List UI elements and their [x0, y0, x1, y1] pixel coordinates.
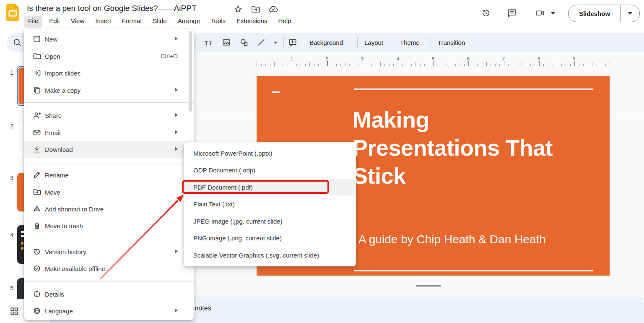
globe-icon: [33, 307, 41, 315]
ruler-number: 1: [291, 56, 293, 61]
ruler-number: 3: [361, 56, 364, 61]
email-icon: [33, 128, 41, 137]
menu-format[interactable]: Format: [118, 16, 146, 28]
make-a-copy-icon: [33, 86, 41, 94]
insert-comment-icon[interactable]: [288, 33, 297, 52]
chevron-down-icon: [628, 12, 632, 15]
new-icon: [33, 35, 41, 43]
insert-line-icon[interactable]: [257, 33, 266, 52]
menu-view[interactable]: View: [67, 16, 88, 28]
menu-item-rename[interactable]: Rename: [24, 167, 194, 183]
submenu-item-png[interactable]: PNG image (.png, current slide): [184, 229, 356, 246]
version-history-icon[interactable]: [481, 8, 491, 20]
cloud-saved-icon[interactable]: [268, 4, 278, 16]
submenu-arrow-icon: [175, 147, 178, 151]
submenu-item-odp[interactable]: ODP Document (.odp): [184, 162, 356, 178]
menu-item-move-to-trash[interactable]: Move to trash: [24, 217, 194, 234]
layout-button[interactable]: Layout: [364, 33, 383, 52]
menu-item-open[interactable]: OpenCtrl+O: [24, 48, 194, 65]
info-icon: [33, 290, 41, 298]
menu-item-make-a-copy[interactable]: Make a copy: [24, 82, 194, 99]
thumbnail-accent-mark: [21, 247, 23, 250]
slide-number: 5: [4, 285, 13, 292]
menu-file[interactable]: File: [24, 16, 42, 28]
menu-item-download[interactable]: Download: [24, 141, 194, 158]
add-shortcut-drive-icon: [33, 205, 41, 213]
menu-separator: [24, 102, 194, 103]
line-dropdown-icon[interactable]: [274, 42, 277, 44]
document-title[interactable]: Is there a pen tool on Google Slides?——A…: [27, 4, 197, 13]
thumbnail-accent-mark: [21, 242, 23, 245]
slide-top-rule: [354, 89, 593, 90]
toolbar-divider: [283, 37, 284, 47]
menu-item-add-shortcut-to-drive[interactable]: Add shortcut to Drive: [24, 201, 194, 217]
version-history-icon: [33, 247, 41, 256]
slide-title-text[interactable]: Making Presentations That Stick: [353, 106, 600, 190]
svg-text:T: T: [204, 39, 208, 46]
slideshow-button[interactable]: Slideshow: [569, 10, 621, 17]
menu-item-email[interactable]: Email: [24, 124, 194, 141]
transition-button[interactable]: Transition: [438, 33, 465, 52]
search-menus-icon[interactable]: [13, 33, 22, 52]
menu-item-language[interactable]: Language: [24, 302, 194, 319]
menu-scrollbar[interactable]: [189, 31, 192, 112]
submenu-arrow-icon: [175, 36, 178, 41]
menu-edit[interactable]: Edit: [45, 16, 64, 28]
menu-arrange[interactable]: Arrange: [174, 16, 204, 28]
slideshow-split-button: Slideshow: [568, 5, 640, 22]
open-icon: [33, 52, 41, 60]
menu-separator: [24, 164, 194, 164]
move-icon: [33, 188, 41, 196]
toolbar-divider: [393, 37, 393, 47]
notes-resize-handle[interactable]: [416, 285, 441, 287]
menu-item-import-slides[interactable]: Import slides: [24, 65, 194, 81]
menu-item-move[interactable]: Move: [24, 184, 194, 201]
submenu-arrow-icon: [175, 308, 178, 313]
menu-separator: [24, 239, 194, 239]
submenu-item-txt[interactable]: Plain Text (.txt): [184, 195, 356, 212]
slideshow-dropdown-button[interactable]: [621, 12, 639, 15]
file-menu: New OpenCtrl+O Import slides Make a copy…: [24, 29, 194, 320]
rename-icon: [33, 171, 41, 179]
menu-extensions[interactable]: Extensions: [233, 16, 271, 28]
toolbar-divider: [431, 37, 431, 47]
slide-subtitle-text[interactable]: A guide by Chip Heath & Dan Heath: [358, 233, 546, 246]
trash-icon: [33, 221, 41, 230]
slide-bottom-rule: [354, 270, 593, 271]
ruler-number: 7: [502, 56, 505, 61]
insert-shape-icon[interactable]: [239, 33, 249, 52]
submenu-arrow-icon: [175, 113, 178, 117]
menu-item-details[interactable]: Details: [24, 286, 194, 302]
theme-button[interactable]: Theme: [400, 33, 420, 52]
download-submenu: Microsoft PowerPoint (.pptx) ODP Documen…: [184, 142, 356, 266]
menu-slide[interactable]: Slide: [149, 16, 170, 28]
menu-item-make-available-offline[interactable]: Make available offline: [24, 260, 194, 277]
meet-camera-icon[interactable]: [535, 8, 545, 20]
menu-item-share[interactable]: Share: [24, 107, 194, 124]
comments-icon[interactable]: [507, 8, 517, 20]
text-box-icon[interactable]: TT: [203, 33, 213, 52]
menu-insert[interactable]: Insert: [91, 16, 115, 28]
insert-image-icon[interactable]: [222, 33, 231, 52]
move-to-folder-icon[interactable]: [251, 4, 261, 16]
menu-item-version-history[interactable]: Version history: [24, 243, 194, 260]
meet-camera-dropdown-icon[interactable]: [551, 12, 555, 15]
google-slides-logo[interactable]: [6, 3, 20, 23]
offline-icon: [33, 264, 41, 273]
slide-dash-decoration: [272, 91, 280, 93]
submenu-item-svg[interactable]: Scalable Vector Graphics (.svg, current …: [184, 247, 356, 263]
grid-view-icon[interactable]: [10, 307, 19, 318]
menu-item-new[interactable]: New: [24, 31, 194, 47]
slide-number: 1: [4, 69, 13, 76]
ruler-number: 5: [432, 56, 434, 61]
menu-tools[interactable]: Tools: [207, 16, 229, 28]
submenu-item-jpeg[interactable]: JPEG image (.jpg, current slide): [184, 213, 356, 229]
menu-help[interactable]: Help: [274, 16, 295, 28]
menu-separator: [24, 281, 194, 282]
submenu-arrow-icon: [175, 130, 178, 134]
annotation-highlight-box: [182, 180, 329, 194]
submenu-item-pptx[interactable]: Microsoft PowerPoint (.pptx): [184, 145, 356, 162]
background-button[interactable]: Background: [309, 33, 343, 52]
star-icon[interactable]: [233, 4, 243, 16]
shortcut-label: Ctrl+O: [161, 53, 178, 60]
